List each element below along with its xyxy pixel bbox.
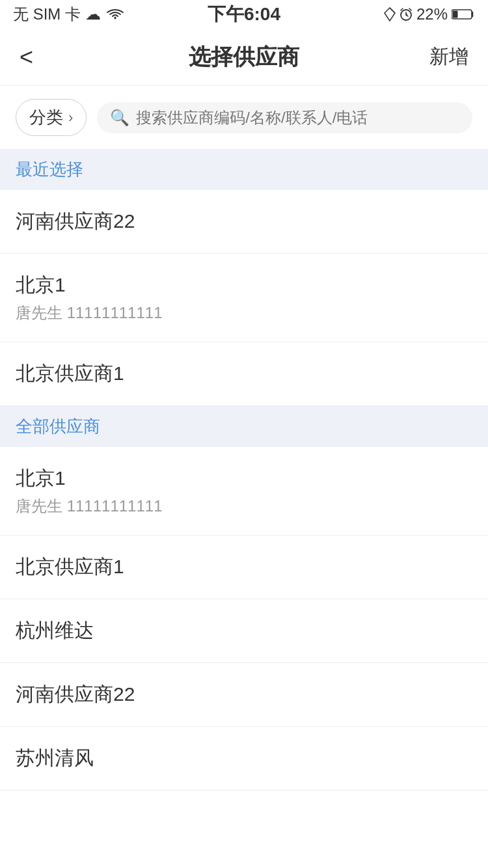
battery-percentage: 22%: [416, 5, 448, 23]
search-box: 🔍: [97, 102, 472, 133]
item-name: 北京供应商1: [16, 360, 472, 387]
item-name: 河南供应商22: [16, 208, 472, 235]
alarm-icon: [400, 7, 413, 21]
recent-section-label: 最近选择: [16, 159, 83, 179]
list-item[interactable]: 北京1唐先生 11111111111: [0, 254, 488, 342]
category-label: 分类: [29, 106, 63, 129]
list-item[interactable]: 河南供应商22: [0, 663, 488, 727]
item-name: 北京供应商1: [16, 554, 472, 580]
item-name: 北京1: [16, 272, 472, 299]
page-title: 选择供应商: [189, 42, 299, 72]
item-sub: 唐先生 11111111111: [16, 303, 472, 323]
battery-icon: [452, 8, 475, 20]
recent-list: 河南供应商22北京1唐先生 11111111111北京供应商1: [0, 190, 488, 406]
search-icon: 🔍: [110, 109, 129, 127]
status-right: 22%: [384, 5, 475, 23]
item-name: 河南供应商22: [16, 681, 472, 708]
recent-section-header: 最近选择: [0, 149, 488, 190]
all-section-header: 全部供应商: [0, 406, 488, 447]
sim-text: 无 SIM 卡 ☁: [13, 4, 101, 25]
svg-rect-2: [453, 11, 458, 18]
list-item[interactable]: 杭州维达: [0, 599, 488, 663]
item-name: 苏州清风: [16, 745, 472, 772]
list-item[interactable]: 苏州清风: [0, 727, 488, 791]
search-input[interactable]: [136, 109, 459, 127]
all-list: 北京1唐先生 11111111111北京供应商1杭州维达河南供应商22苏州清风: [0, 447, 488, 791]
back-button[interactable]: <: [20, 44, 33, 71]
location-icon: [384, 7, 396, 21]
wifi-icon: [106, 8, 124, 21]
list-item[interactable]: 北京供应商1: [0, 536, 488, 599]
status-bar: 无 SIM 卡 ☁ 下午6:04 22%: [0, 0, 488, 29]
status-left: 无 SIM 卡 ☁: [13, 4, 124, 25]
chevron-right-icon: ›: [68, 109, 73, 126]
filter-bar: 分类 › 🔍: [0, 86, 488, 149]
list-item[interactable]: 河南供应商22: [0, 190, 488, 254]
all-section-label: 全部供应商: [16, 416, 100, 436]
item-name: 北京1: [16, 465, 472, 492]
list-item[interactable]: 北京1唐先生 11111111111: [0, 447, 488, 536]
item-sub: 唐先生 11111111111: [16, 496, 472, 517]
add-button[interactable]: 新增: [429, 44, 468, 70]
nav-bar: < 选择供应商 新增: [0, 29, 488, 86]
item-name: 杭州维达: [16, 617, 472, 644]
list-item[interactable]: 北京供应商1: [0, 342, 488, 406]
category-button[interactable]: 分类 ›: [16, 99, 87, 136]
status-time: 下午6:04: [208, 2, 280, 27]
